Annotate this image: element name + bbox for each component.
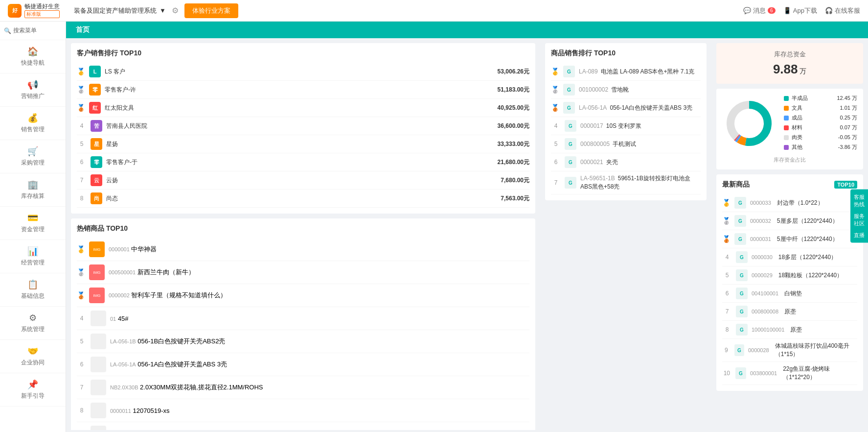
hot-product-item: 7 NB2.0X30B 2.0X30MM双搓花轴,搓花直径2.1MM/ROHS [77,376,529,399]
hot-product-item: 🥇 IMG 0000001 中华神器 [77,238,529,261]
logo-badge: 标准版 [24,10,60,18]
legend-name: 其他 [792,144,835,151]
ps-rank-4: 4 [551,122,561,129]
notification-item[interactable]: 💬 消息 6 [743,6,776,15]
medal-icon-1: 🥇 [77,68,85,75]
hot-product-item: 4 01 45# [77,307,529,330]
sidebar-search[interactable]: 🔍 搜索菜单 [0,22,66,40]
np-img: G [734,215,746,227]
app-download-item[interactable]: 📱 App下载 [783,6,817,15]
sidebar-item-basic-info[interactable]: 📋 基础信息 [0,273,66,307]
product-img [91,380,106,395]
online-service-item[interactable]: 🎧 在线客服 [825,6,860,15]
rank-name: 苦南县人民医院 [106,122,494,130]
hp-rank-6: 6 [77,361,87,368]
np-name: 22g鱼豆腐-烧烤味（1*12*20） [783,365,857,382]
hp-rank-8: 8 [77,407,87,414]
product-sales-header: 商品销售排行 TOP10 [551,49,701,58]
rank-value: 7,680.00元 [501,176,529,185]
legend-value: -0.05 万 [838,134,857,141]
legend-dot [784,125,789,130]
legend-item: 材料 0.07 万 [784,124,857,131]
np-img: G [734,344,744,356]
product-name: 45# [118,315,129,322]
product-code: 0000001 [109,246,130,252]
sidebar-item-cooperation[interactable]: 🤝 企业协同 [0,340,66,373]
ps-rank-6: 6 [551,159,561,166]
sidebar-item-purchase[interactable]: 🛒 采购管理 [0,140,66,173]
sidebar-item-inventory[interactable]: 🏢 库存核算 [0,173,66,207]
product-img: IMG [89,264,105,280]
rank-avatar: 星 [91,138,102,150]
sidebar-label-sales: 销售管理 [21,125,45,134]
sidebar-label-purchase: 采购管理 [21,159,45,167]
ps-medal-1: 🥇 [551,68,559,75]
legend-item: 文具 1.01 万 [784,104,857,112]
legend-dot [784,135,789,140]
ps-rank-7: 7 [551,179,561,186]
rank-value: 21,680.00元 [498,158,529,167]
product-sales-item: 🥇 G LA-089电池盖 LA-089 ABS本色+黑种 7.1克 [551,63,701,81]
settings-icon[interactable]: ⚙ [172,6,179,15]
legend-value: -3.86 万 [838,144,857,151]
sidebar-item-marketing[interactable]: 📢 营销推广 [0,73,66,107]
np-img: G [736,251,748,263]
new-product-item: 🥉 G 0000031 5厘中纤（1220*2440） [722,230,857,248]
legend-item: 成品 0.25 万 [784,114,857,121]
donut-chart [722,96,776,152]
np-name: 封边带（1.0*22） [777,199,823,207]
np-name: 5厘中纤（1220*2440） [777,235,838,243]
system-icon: ⚙ [29,312,37,323]
np-rank-5: 5 [722,272,732,279]
trial-button[interactable]: 体验行业方案 [184,3,238,18]
product-sales-card: 商品销售排行 TOP10 🥇 G LA-089电池盖 LA-089 ABS本色+… [545,43,707,200]
hp-medal-3: 🥉 [77,291,85,299]
hotline-line: 热线 [852,201,866,208]
sidebar-label-cooperation: 企业协同 [21,359,45,367]
rank-item: 4 苦 苦南县人民医院 36,600.00元 [77,117,529,135]
legend-value: 1.01 万 [840,104,857,112]
product-sales-item: 5 G 000800005手机测试 [551,135,701,153]
inventory-unit: 万 [799,67,806,75]
new-product-item: 8 G 10000100001 原垄 [722,321,857,339]
product-name: 056-1B白色按键开关壳ABS2壳 [137,337,225,345]
legend-value: 0.07 万 [840,124,857,131]
np-name: 原垄 [784,308,796,316]
system-selector[interactable]: 装备及固定资产辅助管理系统 ▼ [74,6,166,15]
medal-icon-2: 🥈 [77,86,85,94]
sidebar-label-system: 系统管理 [21,325,45,334]
customer-service-line: 客服 [852,193,866,201]
sidebar-item-guide[interactable]: 📌 新手引导 [0,373,66,407]
np-img: G [736,269,748,281]
rank-value: 36,600.00元 [498,122,529,130]
product-code: NB2.0X30B [110,384,138,390]
product-img [91,334,106,349]
np-rank-4: 4 [722,254,732,261]
product-sales-title: 商品销售排行 TOP10 [551,49,616,58]
rank-name: 星扬 [106,140,494,148]
sidebar-item-system[interactable]: ⚙ 系统管理 [0,307,66,340]
finance-icon: 💳 [27,213,38,223]
new-products-title: 最新商品 [722,180,750,189]
product-name: 智利车子里（规格不知道填什么） [131,291,227,299]
sidebar-item-quick-nav[interactable]: 🏠 快捷导航 [0,40,66,73]
sidebar-label-finance: 资金管理 [21,225,45,234]
new-product-item: 5 G 0000029 18颗粒板（1220*2440） [722,266,857,285]
np-name: 体城蔬枝味苏打饮品400毫升（1*15） [775,342,857,359]
sidebar-item-finance[interactable]: 💳 资金管理 [0,207,66,240]
product-code: 0000011 [110,408,131,414]
new-product-item: 7 G 000800008 原垄 [722,303,857,321]
ps-img: G [565,177,576,189]
sidebar-item-operation[interactable]: 📊 经营管理 [0,240,66,273]
rank-name: LS 客户 [105,68,494,76]
ai-chat-buttons[interactable]: 客服 热线 服务 社区 直播 [850,190,868,243]
hot-products-card: 热销商品 TOP10 🥇 IMG 0000001 中华神器 🥈 IMG 0005… [71,218,535,430]
rank-item: 8 尚 尚态 7,563.00元 [77,190,529,208]
rank-avatar: 尚 [91,192,102,204]
page-tab[interactable]: 首页 [66,22,868,38]
sidebar-item-sales[interactable]: 💰 销售管理 [0,107,66,140]
sales-icon: 💰 [27,113,38,123]
sidebar: 🔍 搜索菜单 🏠 快捷导航📢 营销推广💰 销售管理🛒 采购管理🏢 库存核算💳 资… [0,22,66,432]
hot-product-item: 🥉 IMG 0000002 智利车子里（规格不知道填什么） [77,284,529,307]
product-sales-item: 7 G LA-59651-1B59651-1B旋转投影灯电池盒ABS黑色+58壳 [551,171,701,194]
